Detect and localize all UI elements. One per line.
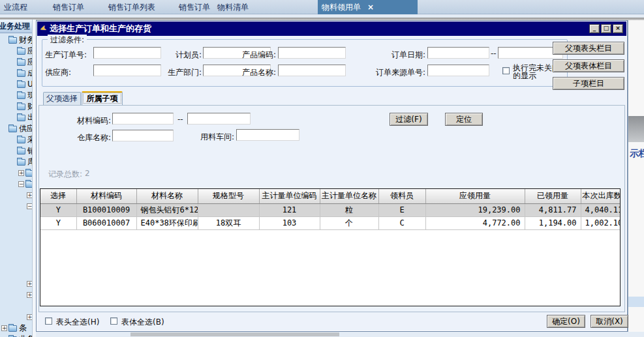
header-selectall-checkbox[interactable] xyxy=(45,317,52,325)
table-row[interactable]: YB100010009钢包头铝钉6*12121粒E19,239.004,811.… xyxy=(40,203,621,216)
workshop-input[interactable] xyxy=(236,129,299,141)
column-header[interactable]: 应领用量 xyxy=(425,189,525,203)
order-date-from-input[interactable] xyxy=(427,47,489,59)
column-header[interactable]: 选择 xyxy=(40,189,76,203)
close-button[interactable]: × xyxy=(613,24,623,33)
material-code-to-input[interactable] xyxy=(187,113,251,125)
order-source-input[interactable] xyxy=(427,65,489,76)
tree-item[interactable]: + xyxy=(0,190,33,201)
table-cell[interactable]: C xyxy=(378,216,425,229)
material-code-from-input[interactable] xyxy=(112,113,174,125)
tree-item[interactable]: + xyxy=(0,289,33,300)
maximize-button[interactable]: □ xyxy=(601,24,611,33)
tree-item[interactable]: 应收 xyxy=(0,46,33,57)
tree-item[interactable] xyxy=(0,267,33,278)
column-header[interactable]: 已领用量 xyxy=(525,189,581,203)
filter-button[interactable]: 过滤(F) xyxy=(390,113,428,126)
folder-icon xyxy=(8,37,17,44)
app-tab[interactable]: 销售订单列表 xyxy=(104,0,159,14)
tree-item[interactable]: 销售 xyxy=(0,145,33,156)
column-header[interactable]: 规格型号 xyxy=(198,189,259,203)
table-cell[interactable]: 个 xyxy=(320,216,378,229)
body-selectall-checkbox[interactable] xyxy=(110,317,117,325)
table-cell[interactable]: 钢包头铝钉6*12 xyxy=(136,203,198,216)
expand-icon[interactable]: + xyxy=(1,325,7,331)
column-header[interactable]: 主计量单位名称 xyxy=(320,189,378,203)
date-range-separator: -- xyxy=(491,49,497,58)
minimize-button[interactable]: _ xyxy=(589,24,600,33)
folder-icon xyxy=(17,48,25,55)
tree-item[interactable]: 业务处理 xyxy=(0,334,33,337)
tree-item[interactable]: −日 xyxy=(0,179,33,190)
ok-button[interactable]: 确定(O) xyxy=(547,315,585,328)
column-header[interactable]: 主计量单位编码 xyxy=(259,189,320,203)
tree-item[interactable]: 采购 xyxy=(0,134,33,145)
table-cell[interactable]: 4,040.11 xyxy=(581,203,621,216)
tree-item[interactable]: 出纳 xyxy=(0,112,33,123)
tree-item[interactable] xyxy=(0,300,33,312)
tree-item[interactable]: 供应链 xyxy=(0,123,33,134)
tab-close-icon[interactable]: × xyxy=(367,3,374,12)
tree-item[interactable]: +条 xyxy=(0,323,33,334)
cancel-button[interactable]: 取消(X) xyxy=(590,315,628,328)
locate-button[interactable]: 定位 xyxy=(445,113,483,126)
tree-item[interactable] xyxy=(0,245,33,256)
tree-item[interactable]: + xyxy=(0,312,33,323)
table-cell[interactable]: 103 xyxy=(259,216,320,229)
product-code-input[interactable] xyxy=(278,47,346,59)
expand-icon[interactable]: + xyxy=(18,170,24,176)
collapse-icon[interactable]: − xyxy=(18,181,24,187)
tree-item[interactable]: + xyxy=(0,234,33,245)
table-cell[interactable]: 粒 xyxy=(320,203,378,216)
app-tab[interactable]: 销售订单 xyxy=(49,0,88,14)
app-tab[interactable]: 物料领用单× xyxy=(318,0,418,14)
table-cell[interactable]: 121 xyxy=(259,203,320,216)
tree-item[interactable] xyxy=(0,256,33,267)
tab-child-items[interactable]: 所属子项 xyxy=(82,91,123,105)
table-cell[interactable]: 18双耳 xyxy=(198,216,259,229)
app-tab[interactable]: 销售订单 xyxy=(175,0,214,14)
dialog-titlebar[interactable]: ➤ 选择生产订单和生产的存货 _ □ × xyxy=(37,22,626,36)
material-table-container[interactable]: 选择材料编码材料名称规格型号主计量单位编码主计量单位名称领料员应领用量已领用量本… xyxy=(40,188,621,306)
table-cell[interactable] xyxy=(198,203,259,216)
tree-item[interactable]: 应付 xyxy=(0,57,33,68)
app-tab[interactable]: 物料清单 xyxy=(213,0,253,14)
exec-unclosed-checkbox[interactable] xyxy=(502,67,510,74)
parent-body-columns-button[interactable]: 父项表体栏目 xyxy=(553,59,624,72)
supplier-input[interactable] xyxy=(93,65,161,76)
production-order-input[interactable] xyxy=(93,47,161,59)
tree-item[interactable]: + xyxy=(0,278,33,289)
tree-item[interactable]: 现金 xyxy=(0,90,33,101)
table-cell[interactable]: E40*38环保印刷 xyxy=(136,216,198,229)
table-cell[interactable]: 1,002.10 xyxy=(581,216,621,229)
table-cell[interactable]: 19,239.00 xyxy=(425,203,525,216)
warehouse-input[interactable] xyxy=(112,130,174,141)
table-cell[interactable]: 4,811.77 xyxy=(525,203,581,216)
column-header[interactable]: 领料员 xyxy=(378,189,425,203)
tree-item[interactable]: − xyxy=(0,201,33,212)
column-header[interactable]: 本次出库数量 xyxy=(581,189,621,203)
tree-item[interactable]: UFO报 xyxy=(0,79,33,90)
tree-item[interactable]: 库存 xyxy=(0,156,33,168)
tree-item[interactable]: 财务 xyxy=(0,101,33,112)
table-cell[interactable]: E xyxy=(378,203,425,216)
tree-item[interactable]: 财务会计 xyxy=(0,35,33,46)
table-cell[interactable]: B060010007 xyxy=(76,216,136,229)
table-cell[interactable]: B100010009 xyxy=(76,203,136,216)
table-cell[interactable]: 1,194.00 xyxy=(525,216,581,229)
parent-header-columns-button[interactable]: 父项表头栏目 xyxy=(553,42,624,55)
table-row[interactable]: YB060010007E40*38环保印刷18双耳103个C4,772.001,… xyxy=(40,216,621,229)
child-columns-button[interactable]: 子项栏目 xyxy=(553,77,624,90)
tab-parent-selection[interactable]: 父项选择 xyxy=(43,92,81,105)
app-tab[interactable]: 业流程 xyxy=(0,0,31,14)
tree-item[interactable]: +初 xyxy=(0,168,33,179)
product-name-input[interactable] xyxy=(278,65,346,76)
tree-item[interactable] xyxy=(0,223,33,234)
tree-item[interactable]: 成本 xyxy=(0,68,33,79)
table-cell[interactable]: Y xyxy=(40,216,76,229)
table-cell[interactable]: 4,772.00 xyxy=(425,216,525,229)
column-header[interactable]: 材料编码 xyxy=(76,189,136,203)
tree-item[interactable] xyxy=(0,212,33,223)
column-header[interactable]: 材料名称 xyxy=(136,189,198,203)
table-cell[interactable]: Y xyxy=(40,203,76,216)
